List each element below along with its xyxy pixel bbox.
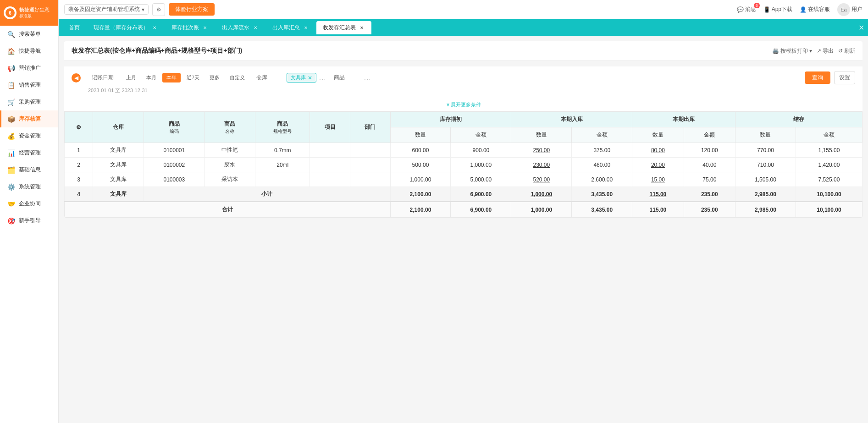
tab-in-out-summary[interactable]: 出入库汇总 ✕ bbox=[266, 21, 315, 34]
subtotal-close-qty: 2,985.00 bbox=[735, 187, 796, 202]
filter-section: ◀ 记账日期 上月 本月 本年 近7天 更多 自定义 仓库 bbox=[64, 66, 862, 99]
col-in-qty-header: 数量 bbox=[511, 127, 572, 143]
sidebar-item-purchase[interactable]: 🛒 采购管理 bbox=[0, 93, 58, 110]
sidebar-item-marketing[interactable]: 📢 营销推广 bbox=[0, 60, 58, 77]
date-btn-more[interactable]: 更多 bbox=[205, 73, 224, 82]
refresh-btn[interactable]: ↺ 刷新 bbox=[838, 47, 855, 55]
subtotal-row: 4 文具库 小计 2,100.00 6,900.00 1,000.00 3,43… bbox=[65, 187, 862, 202]
collapse-icon: ◀ bbox=[72, 73, 81, 82]
product-dots[interactable]: ... bbox=[364, 75, 371, 81]
tab-receive-send-summary[interactable]: 收发存汇总表 ✕ bbox=[316, 21, 371, 34]
tab-label: 出入库汇总 bbox=[272, 24, 300, 32]
row-out-qty[interactable]: 15.00 bbox=[632, 172, 684, 187]
sidebar-item-inventory[interactable]: 📦 库存核算 bbox=[0, 110, 58, 127]
row-in-qty[interactable]: 230.00 bbox=[511, 158, 572, 172]
query-button[interactable]: 查询 bbox=[805, 71, 830, 84]
col-out-qty-header: 数量 bbox=[632, 127, 684, 143]
app-subtitle: 标准版 bbox=[19, 13, 50, 19]
print-btn[interactable]: 🖨️ 按模板打印 ▾ bbox=[772, 47, 812, 55]
row-in-qty[interactable]: 520.00 bbox=[511, 172, 572, 187]
sidebar-item-label: 企业协同 bbox=[19, 200, 41, 208]
col-out-amt-header: 金额 bbox=[684, 127, 735, 143]
row-spec bbox=[255, 172, 310, 187]
row-in-qty[interactable]: 250.00 bbox=[511, 143, 572, 158]
warehouse-tag: 文具库 ✕ bbox=[287, 73, 316, 82]
col-in-header: 本期入库 bbox=[511, 112, 632, 127]
subtotal-open-qty: 2,100.00 bbox=[390, 187, 451, 202]
tab-close-icon[interactable]: ✕ bbox=[151, 24, 158, 31]
topbar-right: 💬 消息 6 📱 App下载 👤 在线客服 Ea 用户 bbox=[737, 3, 862, 16]
total-close-amt: 10,100.00 bbox=[796, 202, 862, 218]
user-btn[interactable]: Ea 用户 bbox=[837, 3, 862, 16]
tabs-bar: 首页 现存量（库存分布表） ✕ 库存批次账 ✕ 出入库流水 ✕ 出入库汇总 ✕ … bbox=[59, 19, 868, 36]
tab-home-label: 首页 bbox=[69, 24, 80, 32]
tab-close-icon[interactable]: ✕ bbox=[252, 24, 259, 31]
warehouse-tag-close[interactable]: ✕ bbox=[308, 75, 312, 81]
sidebar-item-label: 搜索菜单 bbox=[19, 30, 41, 38]
subtotal-open-amt: 6,900.00 bbox=[451, 187, 511, 202]
topbar: 装备及固定资产辅助管理系统 ▾ ⚙ 体验行业方案 💬 消息 6 📱 App下载 … bbox=[59, 0, 868, 19]
refresh-icon: ↺ bbox=[838, 48, 843, 54]
sales-icon: 📋 bbox=[7, 82, 15, 89]
date-btn-this-month[interactable]: 本月 bbox=[142, 73, 160, 82]
sidebar-item-newbie[interactable]: 🎯 新手引导 bbox=[0, 212, 58, 229]
row-dept bbox=[350, 158, 390, 172]
row-out-qty[interactable]: 80.00 bbox=[632, 143, 684, 158]
sidebar-item-collab[interactable]: 🤝 企业协同 bbox=[0, 195, 58, 212]
row-close-qty: 770.00 bbox=[735, 143, 796, 158]
date-btn-7-days[interactable]: 近7天 bbox=[182, 73, 204, 82]
sidebar-item-finance[interactable]: 💰 资金管理 bbox=[0, 127, 58, 144]
collapse-btn[interactable]: ◀ bbox=[72, 73, 84, 82]
sidebar-item-search[interactable]: 🔍 搜索菜单 bbox=[0, 26, 58, 43]
service-icon: 👤 bbox=[800, 6, 807, 13]
app-download-btn[interactable]: 📱 App下载 bbox=[763, 5, 792, 13]
settings-gear-btn[interactable]: ⚙ bbox=[152, 3, 165, 16]
app-title-block: 畅捷通好生意 标准版 bbox=[19, 6, 50, 19]
tab-inventory-dist[interactable]: 现存量（库存分布表） ✕ bbox=[87, 21, 164, 34]
sidebar-item-label: 采购管理 bbox=[19, 98, 41, 106]
subtotal-num: 4 bbox=[65, 187, 93, 202]
col-spec-header: 商品规格型号 bbox=[255, 112, 310, 143]
date-range-row: 2023-01-01 至 2023-12-31 bbox=[72, 87, 855, 94]
message-btn[interactable]: 💬 消息 6 bbox=[737, 5, 756, 13]
date-btn-last-month[interactable]: 上月 bbox=[122, 73, 140, 82]
col-warehouse-header: 仓库 bbox=[93, 112, 144, 143]
sidebar-item-sales[interactable]: 📋 销售管理 bbox=[0, 77, 58, 93]
total-row: 合计 2,100.00 6,900.00 1,000.00 3,435.00 1… bbox=[65, 202, 862, 218]
gear-icon: ⚙️ bbox=[7, 183, 15, 191]
date-btn-this-year[interactable]: 本年 bbox=[162, 73, 181, 82]
col-settings-header[interactable]: ⚙ bbox=[65, 112, 93, 143]
system-selector[interactable]: 装备及固定资产辅助管理系统 ▾ bbox=[64, 4, 149, 15]
expand-btn[interactable]: ∨ 展开更多条件 bbox=[446, 101, 481, 108]
message-icon: 💬 bbox=[737, 6, 744, 13]
close-all-tabs-btn[interactable]: ✕ bbox=[858, 23, 864, 32]
warehouse-dots[interactable]: ... bbox=[319, 75, 326, 81]
export-btn[interactable]: ↗ 导出 bbox=[817, 47, 834, 55]
tab-home[interactable]: 首页 bbox=[62, 21, 86, 34]
row-out-qty[interactable]: 20.00 bbox=[632, 158, 684, 172]
tab-in-out-flow[interactable]: 出入库流水 ✕ bbox=[216, 21, 265, 34]
sidebar-item-quick-nav[interactable]: 🏠 快捷导航 bbox=[0, 43, 58, 60]
row-spec: 0.7mm bbox=[255, 143, 310, 158]
topbar-left: 装备及固定资产辅助管理系统 ▾ ⚙ 体验行业方案 bbox=[64, 3, 215, 16]
setting-button[interactable]: 设置 bbox=[834, 71, 855, 84]
tab-batch-ledger[interactable]: 库存批次账 ✕ bbox=[165, 21, 215, 34]
tab-close-icon[interactable]: ✕ bbox=[202, 24, 208, 31]
sidebar-item-operations[interactable]: 📊 经营管理 bbox=[0, 144, 58, 161]
subtotal-in-qty[interactable]: 1,000.00 bbox=[511, 187, 572, 202]
tab-close-icon[interactable]: ✕ bbox=[359, 24, 365, 31]
experience-btn[interactable]: 体验行业方案 bbox=[169, 3, 215, 16]
sidebar-item-system[interactable]: ⚙️ 系统管理 bbox=[0, 178, 58, 195]
sidebar-nav: 🔍 搜索菜单 🏠 快捷导航 📢 营销推广 📋 销售管理 🛒 采购管理 📦 库存核… bbox=[0, 26, 58, 423]
row-open-qty: 1,000.00 bbox=[390, 172, 451, 187]
sidebar-item-basic-info[interactable]: 🗂️ 基础信息 bbox=[0, 161, 58, 178]
col-close-qty-header: 数量 bbox=[735, 127, 796, 143]
subtotal-out-qty[interactable]: 115.00 bbox=[632, 187, 684, 202]
avatar: Ea bbox=[837, 3, 850, 16]
online-service-btn[interactable]: 👤 在线客服 bbox=[800, 5, 830, 13]
expand-label: 展开更多条件 bbox=[451, 101, 481, 108]
row-code: 0100001 bbox=[144, 143, 205, 158]
row-out-amt: 40.00 bbox=[684, 158, 735, 172]
date-btn-custom[interactable]: 自定义 bbox=[226, 73, 249, 82]
tab-close-icon[interactable]: ✕ bbox=[303, 24, 309, 31]
